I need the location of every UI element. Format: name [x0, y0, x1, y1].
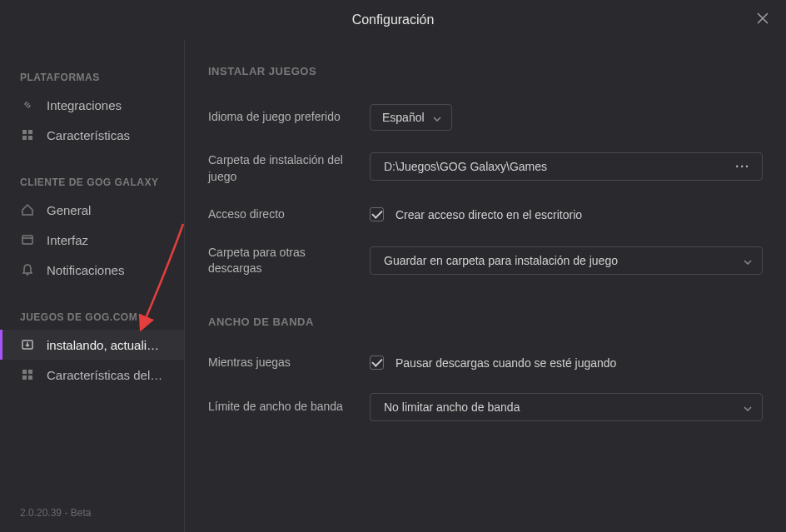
sidebar-item-interface[interactable]: Interfaz: [0, 225, 184, 255]
pause-downloads-checkbox[interactable]: [370, 355, 384, 370]
sidebar-item-installing[interactable]: instalando, actuali…: [0, 330, 184, 360]
shortcut-checkbox[interactable]: [370, 207, 384, 221]
svg-rect-1: [28, 130, 32, 134]
install-folder-field[interactable]: D:\Juegos\GOG Galaxy\Games ···: [370, 152, 763, 181]
svg-rect-7: [22, 370, 27, 374]
sidebar-item-integrations[interactable]: Integraciones: [0, 90, 184, 120]
sidebar-item-label: Interfaz: [47, 233, 88, 247]
sidebar-item-game-features[interactable]: Características del …: [0, 360, 184, 390]
svg-rect-4: [22, 236, 32, 244]
window-icon: [20, 232, 35, 247]
svg-rect-8: [28, 370, 32, 374]
home-icon: [20, 202, 35, 217]
more-icon[interactable]: ···: [735, 160, 750, 173]
install-folder-value: D:\Juegos\GOG Galaxy\Games: [384, 160, 547, 173]
svg-rect-3: [28, 136, 32, 140]
shortcut-label: Acceso directo: [208, 206, 356, 223]
language-label: Idioma de juego preferido: [208, 109, 356, 126]
sidebar-item-label: instalando, actuali…: [47, 338, 159, 352]
other-downloads-label: Carpeta para otras descargas: [208, 245, 356, 277]
svg-rect-10: [28, 375, 32, 380]
link-icon: [20, 97, 35, 112]
version-label: 2.0.20.39 - Beta: [0, 494, 184, 532]
chevron-down-icon: [433, 111, 441, 124]
close-button[interactable]: [754, 10, 771, 27]
bandwidth-limit-select[interactable]: No limitar ancho de banda: [370, 393, 763, 421]
sidebar-section-gog-games: JUEGOS DE GOG.COM: [0, 305, 184, 330]
other-downloads-select[interactable]: Guardar en carpeta para instalación de j…: [370, 246, 763, 275]
sidebar-item-label: Características: [47, 128, 130, 142]
sidebar-item-label: Integraciones: [47, 98, 122, 112]
sidebar-item-features[interactable]: Características: [0, 120, 184, 150]
close-icon: [757, 12, 769, 24]
language-value: Español: [382, 111, 425, 124]
section-title-bandwidth: ANCHO DE BANDA: [208, 316, 763, 328]
svg-rect-0: [22, 130, 27, 134]
pause-downloads-label: Pausar descargas cuando se esté jugando: [395, 356, 616, 370]
svg-rect-9: [22, 375, 27, 380]
other-downloads-value: Guardar en carpeta para instalación de j…: [384, 254, 618, 267]
grid-icon: [20, 127, 35, 142]
content-area: INSTALAR JUEGOS Idioma de juego preferid…: [185, 40, 786, 532]
sidebar-item-label: Características del …: [47, 368, 164, 382]
shortcut-checkbox-label: Crear acceso directo en el escritorio: [395, 208, 582, 221]
while-playing-label: Mientras juegas: [208, 355, 356, 371]
page-title: Configuración: [352, 12, 435, 27]
section-title-install: INSTALAR JUEGOS: [208, 65, 763, 77]
sidebar-item-general[interactable]: General: [0, 195, 184, 225]
bell-icon: [20, 262, 35, 277]
bandwidth-limit-label: Límite de ancho de banda: [208, 399, 356, 415]
download-icon: [20, 337, 35, 352]
bandwidth-limit-value: No limitar ancho de banda: [384, 400, 520, 414]
sidebar-item-label: General: [47, 203, 91, 217]
install-folder-label: Carpeta de instalación del juego: [208, 152, 356, 185]
sidebar-item-notifications[interactable]: Notificaciones: [0, 255, 184, 285]
sidebar-section-platforms: PLATAFORMAS: [0, 65, 184, 90]
sidebar-item-label: Notificaciones: [47, 263, 124, 277]
sidebar: PLATAFORMAS Integraciones Característica…: [0, 40, 185, 532]
header: Configuración: [0, 0, 786, 40]
sidebar-section-client: CLIENTE DE GOG GALAXY: [0, 170, 184, 195]
chevron-down-icon: [744, 254, 752, 267]
grid-icon: [20, 367, 35, 382]
language-select[interactable]: Español: [370, 104, 452, 131]
chevron-down-icon: [744, 400, 752, 414]
svg-rect-2: [22, 136, 27, 140]
